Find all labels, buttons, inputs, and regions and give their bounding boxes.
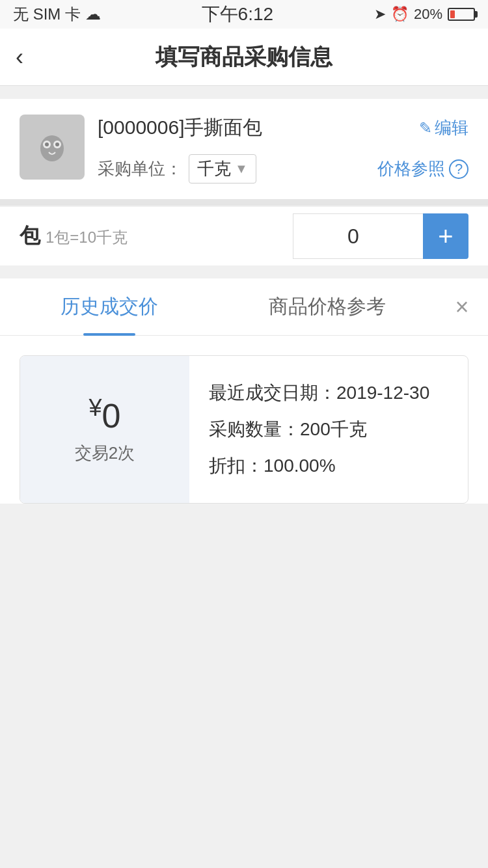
status-bar: 无 SIM 卡 ☁ 下午6:12 ➤ ⏰ 20% <box>0 0 488 29</box>
deal-qty-row: 采购数量：200千克 <box>209 416 448 443</box>
tab-close-button[interactable]: × <box>436 278 488 336</box>
unit-select-box[interactable]: 千克 ▼ <box>189 154 256 183</box>
unit-selector[interactable]: 采购单位： 千克 ▼ <box>98 154 256 183</box>
currency-symbol: ¥ <box>89 394 102 421</box>
tab-history-price[interactable]: 历史成交价 <box>0 278 218 336</box>
battery-indicator <box>448 8 475 21</box>
deal-date-value: 2019-12-30 <box>336 383 429 403</box>
deal-qty-value: 200千克 <box>300 419 367 439</box>
product-info: [0000006]手撕面包 ✎ 编辑 采购单位： 千克 ▼ 价格参照 ? <box>98 115 468 183</box>
status-time: 下午6:12 <box>202 2 274 27</box>
quantity-plus-button[interactable]: + <box>423 213 468 259</box>
deal-count: 交易2次 <box>75 442 135 465</box>
sim-text: 无 SIM 卡 ☁ <box>13 4 101 25</box>
status-right: ➤ ⏰ 20% <box>374 6 475 23</box>
unit-value: 千克 <box>197 157 231 180</box>
svg-point-3 <box>45 142 49 146</box>
tab-price-ref-label: 商品价格参考 <box>269 293 386 320</box>
deal-discount-value: 100.00% <box>264 455 336 476</box>
alarm-icon: ⏰ <box>391 6 409 23</box>
product-unit-row: 采购单位： 千克 ▼ 价格参照 ? <box>98 154 468 183</box>
dropdown-arrow-icon: ▼ <box>235 161 248 176</box>
divider <box>0 199 488 206</box>
deal-price-value: ¥0 <box>89 394 121 435</box>
quantity-unit: 包 <box>20 222 40 251</box>
edit-button[interactable]: ✎ 编辑 <box>419 116 468 139</box>
deal-card: ¥0 交易2次 最近成交日期：2019-12-30 采购数量：200千克 折扣：… <box>20 355 468 504</box>
question-icon: ? <box>449 159 468 179</box>
edit-icon: ✎ <box>419 119 432 137</box>
unit-label: 采购单位： <box>98 157 182 180</box>
price-number: 0 <box>102 397 121 435</box>
bottom-panel: 历史成交价 商品价格参考 × ¥0 交易2次 最近成交日期：2019-12-30… <box>0 278 488 504</box>
deal-price-section: ¥0 交易2次 <box>20 356 189 503</box>
product-thumbnail <box>20 115 85 180</box>
product-name: [0000006]手撕面包 <box>98 115 262 141</box>
tab-price-reference[interactable]: 商品价格参考 <box>218 278 436 336</box>
edit-label: 编辑 <box>435 116 468 139</box>
quantity-label-box: 包 1包=10千克 <box>20 222 293 251</box>
page-title: 填写商品采购信息 <box>156 42 332 72</box>
price-ref-label: 价格参照 <box>377 157 445 180</box>
nav-bar: ‹ 填写商品采购信息 <box>0 29 488 86</box>
deal-qty-label: 采购数量： <box>209 419 300 439</box>
quantity-section: 包 1包=10千克 + <box>0 207 488 265</box>
deal-date-row: 最近成交日期：2019-12-30 <box>209 379 448 407</box>
quantity-unit-detail: 1包=10千克 <box>46 227 128 248</box>
deal-discount-row: 折扣：100.00% <box>209 452 448 480</box>
tabs-row: 历史成交价 商品价格参考 × <box>0 278 488 336</box>
battery-percent: 20% <box>414 6 442 23</box>
quantity-input[interactable] <box>293 213 423 259</box>
quantity-input-row: + <box>293 213 468 259</box>
location-icon: ➤ <box>374 6 386 23</box>
deal-discount-label: 折扣： <box>209 455 264 476</box>
svg-point-4 <box>55 142 59 146</box>
product-header: [0000006]手撕面包 ✎ 编辑 <box>98 115 468 141</box>
status-left: 无 SIM 卡 ☁ <box>13 4 101 25</box>
product-card: [0000006]手撕面包 ✎ 编辑 采购单位： 千克 ▼ 价格参照 ? <box>0 99 488 199</box>
deal-date-label: 最近成交日期： <box>209 383 336 403</box>
product-logo-icon <box>33 128 72 167</box>
deal-details-section: 最近成交日期：2019-12-30 采购数量：200千克 折扣：100.00% <box>189 356 468 503</box>
price-reference-button[interactable]: 价格参照 ? <box>377 157 468 180</box>
tab-history-label: 历史成交价 <box>61 293 158 320</box>
back-button[interactable]: ‹ <box>16 44 23 71</box>
